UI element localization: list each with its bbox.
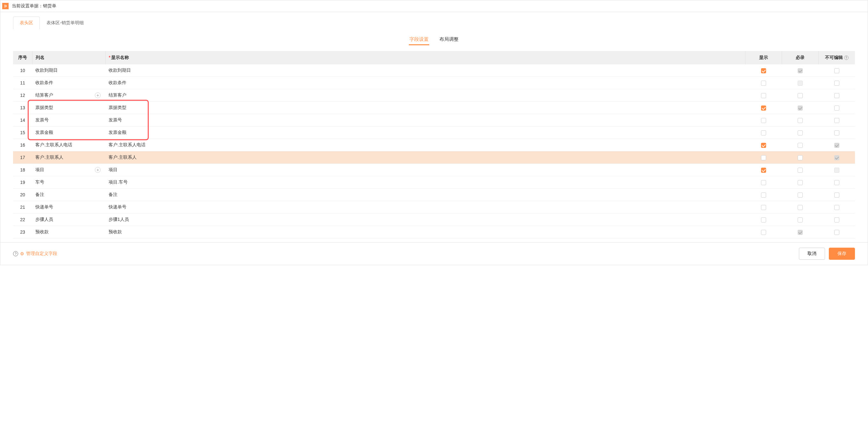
cell-display-name[interactable]: 发票号: [105, 114, 745, 126]
cell-display-name[interactable]: 项目: [105, 164, 745, 176]
tab-body-area[interactable]: 表体区-销货单明细: [40, 17, 90, 29]
cell-readonly: [818, 89, 855, 102]
cell-required: [782, 139, 818, 151]
show-checkbox[interactable]: [761, 143, 766, 148]
show-checkbox[interactable]: [761, 81, 766, 86]
readonly-checkbox[interactable]: [834, 106, 839, 111]
cell-seq: 11: [13, 77, 32, 89]
table-row[interactable]: 10收款到期日收款到期日: [13, 64, 855, 77]
tab-header-area[interactable]: 表头区: [13, 17, 40, 29]
cell-show: [745, 151, 782, 164]
readonly-checkbox[interactable]: [834, 93, 839, 98]
cell-seq: 13: [13, 102, 32, 114]
cell-name: 收款条件: [32, 77, 105, 89]
show-checkbox[interactable]: [761, 205, 766, 210]
cell-seq: 23: [13, 226, 32, 238]
cell-required: [782, 89, 818, 102]
readonly-checkbox[interactable]: [834, 230, 839, 235]
show-checkbox[interactable]: [761, 180, 766, 185]
cell-name: 项目+: [32, 164, 105, 176]
readonly-checkbox[interactable]: [834, 131, 839, 136]
required-checkbox[interactable]: [798, 168, 803, 173]
cancel-button[interactable]: 取消: [799, 248, 825, 260]
required-checkbox[interactable]: [798, 205, 803, 210]
table-row[interactable]: 11收款条件收款条件: [13, 77, 855, 89]
cell-readonly: [818, 213, 855, 226]
cell-show: [745, 102, 782, 114]
plus-icon[interactable]: +: [95, 92, 101, 98]
show-checkbox[interactable]: [761, 155, 766, 160]
cell-name: 客户.主联系人电话: [32, 139, 105, 151]
cell-display-name[interactable]: 备注: [105, 189, 745, 201]
table-row[interactable]: 13票据类型票据类型: [13, 102, 855, 114]
cell-display-name[interactable]: 项目.车号: [105, 176, 745, 189]
cell-required: [782, 114, 818, 126]
sub-tab-field-settings[interactable]: 字段设置: [409, 34, 429, 45]
cell-readonly: [818, 226, 855, 238]
table-row[interactable]: 12结算客户+结算客户: [13, 89, 855, 102]
required-checkbox[interactable]: [798, 218, 803, 223]
readonly-checkbox[interactable]: [834, 218, 839, 223]
required-checkbox: [798, 81, 803, 86]
show-checkbox[interactable]: [761, 218, 766, 223]
required-checkbox[interactable]: [798, 118, 803, 123]
show-checkbox[interactable]: [761, 68, 766, 73]
table-row[interactable]: 14发票号发票号: [13, 114, 855, 126]
cell-display-name[interactable]: 预收款: [105, 226, 745, 238]
required-checkbox[interactable]: [798, 193, 803, 198]
expand-icon[interactable]: [2, 3, 9, 9]
cell-required: [782, 164, 818, 176]
footer-help-icon[interactable]: ?: [13, 251, 18, 256]
cell-display-name[interactable]: 收款条件: [105, 77, 745, 89]
cell-seq: 22: [13, 213, 32, 226]
help-icon[interactable]: ?: [844, 55, 848, 60]
cell-display-name[interactable]: 票据类型: [105, 102, 745, 114]
table-row[interactable]: 18项目+项目: [13, 164, 855, 176]
table-row[interactable]: 15发票金额发票金额: [13, 126, 855, 139]
cell-display-name[interactable]: 发票金额: [105, 126, 745, 139]
required-checkbox[interactable]: [798, 155, 803, 160]
cell-display-name[interactable]: 客户.主联系人: [105, 151, 745, 164]
cell-show: [745, 226, 782, 238]
show-checkbox[interactable]: [761, 168, 766, 173]
cell-display-name[interactable]: 客户.主联系人电话: [105, 139, 745, 151]
readonly-checkbox[interactable]: [834, 81, 839, 86]
cell-display-name[interactable]: 收款到期日: [105, 64, 745, 77]
table-row[interactable]: 23预收款预收款: [13, 226, 855, 238]
readonly-checkbox[interactable]: [834, 205, 839, 210]
show-checkbox[interactable]: [761, 118, 766, 123]
plus-icon[interactable]: +: [95, 167, 101, 173]
readonly-checkbox[interactable]: [834, 68, 839, 73]
table-row[interactable]: 19车号项目.车号: [13, 176, 855, 189]
cell-display-name[interactable]: 步骤1人员: [105, 213, 745, 226]
cell-show: [745, 164, 782, 176]
readonly-checkbox[interactable]: [834, 118, 839, 123]
cell-seq: 16: [13, 139, 32, 151]
table-row[interactable]: 17客户.主联系人客户.主联系人: [13, 151, 855, 164]
cell-display-name[interactable]: 快递单号: [105, 201, 745, 213]
show-checkbox[interactable]: [761, 106, 766, 111]
readonly-checkbox[interactable]: [834, 180, 839, 185]
cell-readonly: [818, 139, 855, 151]
show-checkbox[interactable]: [761, 193, 766, 198]
required-checkbox[interactable]: [798, 93, 803, 98]
table-row[interactable]: 20备注备注: [13, 189, 855, 201]
show-checkbox[interactable]: [761, 93, 766, 98]
show-checkbox[interactable]: [761, 131, 766, 136]
col-header-display: *显示名称: [105, 51, 745, 64]
show-checkbox[interactable]: [761, 230, 766, 235]
header-label: 当前设置单据：销货单: [12, 3, 56, 9]
table-row[interactable]: 22步骤人员步骤1人员: [13, 213, 855, 226]
required-checkbox[interactable]: [798, 131, 803, 136]
sub-tab-layout-adjust[interactable]: 布局调整: [439, 34, 459, 45]
readonly-checkbox[interactable]: [834, 193, 839, 198]
cell-display-name[interactable]: 结算客户: [105, 89, 745, 102]
cell-required: [782, 176, 818, 189]
save-button[interactable]: 保存: [829, 248, 855, 260]
required-checkbox[interactable]: [798, 180, 803, 185]
manage-custom-fields-link[interactable]: 管理自定义字段: [26, 251, 57, 257]
table-row[interactable]: 16客户.主联系人电话客户.主联系人电话: [13, 139, 855, 151]
table-row[interactable]: 21快递单号快递单号: [13, 201, 855, 213]
required-checkbox[interactable]: [798, 143, 803, 148]
readonly-checkbox: [834, 155, 839, 160]
